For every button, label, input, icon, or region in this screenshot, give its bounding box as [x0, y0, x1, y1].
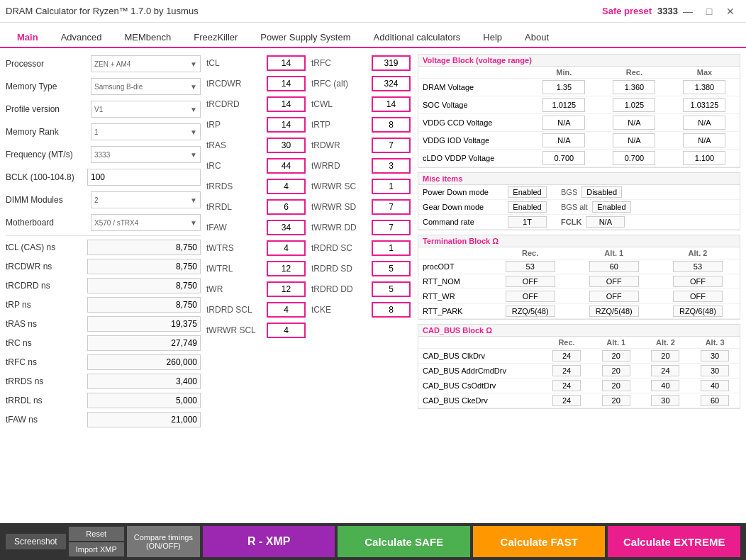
motherboard-select[interactable]: X570 / sTRX4 ▼: [91, 214, 201, 231]
calculate-fast-button[interactable]: Calculate FAST: [473, 526, 606, 557]
timing-input[interactable]: [267, 261, 306, 276]
ns-field-label: tRP ns: [6, 300, 87, 310]
voltage-max-input[interactable]: [683, 116, 725, 130]
bclk-input[interactable]: [87, 169, 201, 186]
timing-input[interactable]: [372, 158, 411, 174]
timing-input[interactable]: [372, 281, 411, 297]
voltage-min-input[interactable]: [542, 151, 585, 165]
timing-input[interactable]: [267, 117, 306, 133]
cad-col-alt3: Alt. 3: [690, 337, 740, 349]
close-button[interactable]: ✕: [720, 1, 740, 21]
nav-additional[interactable]: Additional calculators: [362, 28, 472, 47]
cad-alt2: 30: [651, 395, 679, 406]
ns-field-input[interactable]: [87, 297, 201, 313]
timing-input[interactable]: [372, 138, 411, 153]
voltage-min-input[interactable]: [542, 80, 585, 94]
voltage-rec-input[interactable]: [613, 80, 655, 94]
import-xmp-button[interactable]: Import XMP: [69, 542, 124, 556]
cad-rec: 24: [552, 380, 581, 391]
nav-power-supply[interactable]: Power Supply System: [249, 28, 362, 47]
timing-input[interactable]: [372, 261, 411, 276]
timing-label: tCKE: [311, 305, 372, 315]
voltage-rec-input[interactable]: [613, 151, 655, 165]
maximize-button[interactable]: □: [699, 1, 719, 21]
memory-type-select[interactable]: Samsung B-die ▼: [91, 78, 201, 95]
voltage-rec-input[interactable]: [613, 133, 655, 147]
timing-label: tRFC (alt): [311, 79, 372, 89]
timing-input[interactable]: [372, 96, 411, 112]
calculate-safe-button[interactable]: Calculate SAFE: [338, 526, 470, 557]
ns-field-input[interactable]: [87, 412, 201, 427]
memory-rank-select[interactable]: 1 ▼: [91, 123, 201, 140]
timing-input[interactable]: [267, 302, 306, 318]
minimize-button[interactable]: —: [678, 1, 698, 21]
timing-input[interactable]: [372, 240, 411, 256]
timing-input[interactable]: [267, 76, 306, 91]
voltage-max-input[interactable]: [683, 80, 725, 94]
voltage-max-input[interactable]: [683, 133, 725, 147]
frequency-select[interactable]: 3333 ▼: [91, 146, 201, 163]
ns-field-input[interactable]: [87, 335, 201, 351]
timing-input[interactable]: [267, 55, 306, 71]
timing-input[interactable]: [267, 199, 306, 215]
nav-help[interactable]: Help: [472, 28, 513, 47]
nav-membench[interactable]: MEMbench: [113, 28, 182, 47]
term-rec: OFF: [506, 291, 555, 302]
timing-row: tRFC (alt): [311, 74, 411, 93]
timing-input[interactable]: [267, 96, 306, 112]
nav-freezkiller[interactable]: FreezKiller: [182, 28, 249, 47]
processor-select[interactable]: ZEN + AM4 ▼: [91, 55, 201, 72]
ns-field-input[interactable]: [87, 278, 201, 293]
term-rec: 53: [506, 261, 555, 272]
calculate-extreme-button[interactable]: Calculate EXTREME: [608, 526, 740, 557]
timing-input[interactable]: [267, 220, 306, 235]
voltage-min-input[interactable]: [542, 133, 585, 147]
misc-value: Enabled: [508, 186, 547, 198]
timing-input[interactable]: [372, 76, 411, 91]
rxmp-button[interactable]: R - XMP: [203, 526, 335, 557]
timing-label: tWRWR SCL: [206, 325, 267, 335]
ns-field-input[interactable]: [87, 374, 201, 389]
nav-advanced[interactable]: Advanced: [50, 28, 113, 47]
timing-input[interactable]: [267, 281, 306, 297]
timing-input[interactable]: [372, 117, 411, 133]
dimm-select[interactable]: 2 ▼: [91, 191, 201, 208]
voltage-min-input[interactable]: [542, 116, 585, 130]
voltage-max-input[interactable]: [683, 151, 725, 165]
nav-about[interactable]: About: [513, 28, 560, 47]
ns-field-input[interactable]: [87, 259, 201, 274]
nav-main[interactable]: Main: [6, 28, 50, 48]
term-label: RTT_NOM: [418, 274, 489, 289]
ns-field-input[interactable]: [87, 393, 201, 408]
compare-timings-button[interactable]: Compare timings(ON/OFF): [127, 526, 200, 557]
profile-version-select[interactable]: V1 ▼: [91, 101, 201, 118]
timing-input[interactable]: [372, 220, 411, 235]
timing-input[interactable]: [267, 138, 306, 153]
timing-input[interactable]: [372, 179, 411, 194]
cad-col-alt1: Alt. 1: [591, 337, 641, 349]
voltage-min-input[interactable]: [542, 98, 585, 112]
screenshot-button[interactable]: Screenshot: [6, 534, 66, 549]
ns-field-input[interactable]: [87, 354, 201, 370]
timing-input[interactable]: [267, 323, 306, 338]
timing-input[interactable]: [267, 179, 306, 194]
ns-field-input[interactable]: [87, 240, 201, 255]
timing-input[interactable]: [372, 199, 411, 215]
timing-input[interactable]: [267, 240, 306, 256]
voltage-rec-input[interactable]: [613, 98, 655, 112]
term-alt2: RZQ/6(48): [673, 306, 723, 317]
term-rec: OFF: [506, 276, 555, 287]
voltage-max-input[interactable]: [683, 98, 725, 112]
ns-field-input[interactable]: [87, 316, 201, 332]
dimm-row: DIMM Modules 2 ▼: [6, 190, 201, 210]
timing-input[interactable]: [372, 302, 411, 318]
timing-row: tRFC: [311, 54, 411, 72]
timing-input[interactable]: [372, 55, 411, 71]
term-alt2: 53: [673, 261, 723, 272]
timing-input[interactable]: [267, 158, 306, 174]
profile-version-row: Profile version V1 ▼: [6, 99, 201, 119]
ns-field-label: tRCDWR ns: [6, 262, 87, 271]
timing-row: tRAS: [206, 136, 306, 155]
reset-button[interactable]: Reset: [69, 527, 124, 541]
voltage-rec-input[interactable]: [613, 116, 655, 130]
